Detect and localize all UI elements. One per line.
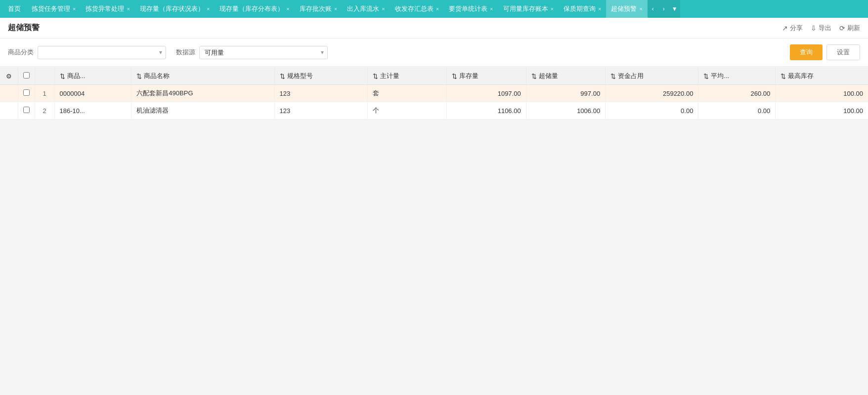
cell-spec: 123 — [274, 102, 367, 119]
sort-unit[interactable]: ⇅ 主计量 — [373, 72, 399, 80]
cell-checkbox[interactable] — [18, 85, 35, 102]
sort-maxstock[interactable]: ⇅ 最高库存 — [781, 72, 814, 80]
category-select-wrapper — [38, 46, 166, 59]
sort-code[interactable]: ⇅ 商品... — [60, 72, 86, 80]
category-label: 商品分类 — [8, 48, 34, 57]
datasource-select-wrapper: 可用量 — [199, 46, 328, 59]
nav-tab-3[interactable]: 现存量（库存分布表） × — [215, 0, 294, 18]
close-icon[interactable]: × — [207, 6, 210, 12]
nav-tab-0[interactable]: 拣货任务管理 × — [27, 0, 81, 18]
table-row: 1 0000004 六配套新昌490BPG 123 套 1097.00 997.… — [0, 85, 868, 102]
cell-num: 1 — [35, 85, 54, 102]
column-avg[interactable]: ⇅ 平均... — [698, 68, 776, 85]
table-row: 2 186-10... 机油滤清器 123 个 1106.00 1006.00 … — [0, 102, 868, 119]
row-checkbox[interactable] — [23, 89, 30, 96]
nav-tab-2[interactable]: 现存量（库存状况表） × — [135, 0, 215, 18]
nav-tab-1[interactable]: 拣货异常处理 × — [81, 0, 134, 18]
nav-menu-arrow[interactable]: ▼ — [669, 0, 680, 18]
close-icon[interactable]: × — [436, 6, 439, 12]
column-maxstock[interactable]: ⇅ 最高库存 — [776, 68, 868, 85]
row-checkbox[interactable] — [23, 107, 30, 113]
close-icon[interactable]: × — [551, 6, 554, 12]
export-icon: ⇩ — [811, 24, 817, 32]
close-icon[interactable]: × — [334, 6, 337, 12]
query-button[interactable]: 查询 — [790, 44, 823, 60]
cell-name: 六配套新昌490BPG — [131, 85, 274, 102]
sort-capital[interactable]: ⇅ 资金占用 — [610, 72, 644, 80]
column-stock[interactable]: ⇅ 库存量 — [447, 68, 526, 85]
cell-overflow: 1006.00 — [526, 102, 605, 119]
close-icon[interactable]: × — [127, 6, 130, 12]
refresh-button[interactable]: ⟳ 刷新 — [839, 24, 860, 33]
nav-tab-4[interactable]: 库存批次账 × — [295, 0, 342, 18]
category-select[interactable] — [38, 46, 166, 59]
export-button[interactable]: ⇩ 导出 — [811, 24, 831, 33]
nav-tab-8[interactable]: 可用量库存账本 × — [498, 0, 559, 18]
table-area: ⚙ ⇅ 商品... ⇅ 商品名称 — [0, 68, 868, 119]
sort-avg[interactable]: ⇅ 平均... — [703, 72, 729, 80]
cell-stock: 1106.00 — [447, 102, 526, 119]
column-name[interactable]: ⇅ 商品名称 — [131, 68, 274, 85]
share-icon: ↗ — [782, 24, 788, 32]
sort-overflow[interactable]: ⇅ 超储量 — [531, 72, 558, 80]
cell-avg: 0.00 — [698, 102, 776, 119]
close-icon[interactable]: × — [598, 6, 601, 12]
cell-capital: 259220.00 — [606, 85, 698, 102]
filter-actions: 查询 设置 — [790, 44, 860, 60]
column-overflow[interactable]: ⇅ 超储量 — [526, 68, 605, 85]
filter-category: 商品分类 — [8, 46, 166, 59]
cell-name: 机油滤清器 — [131, 102, 274, 119]
nav-tab-7[interactable]: 要货单统计表 × — [444, 0, 498, 18]
datasource-select[interactable]: 可用量 — [199, 46, 328, 59]
data-table: ⚙ ⇅ 商品... ⇅ 商品名称 — [0, 68, 868, 119]
cell-unit: 个 — [367, 102, 446, 119]
datasource-label: 数据源 — [176, 48, 195, 57]
column-checkbox — [18, 68, 35, 85]
sort-stock[interactable]: ⇅ 库存量 — [452, 72, 478, 80]
close-icon[interactable]: × — [382, 6, 385, 12]
settings-button[interactable]: 设置 — [826, 44, 860, 60]
cell-gear — [0, 102, 18, 119]
close-icon[interactable]: × — [73, 6, 76, 12]
close-icon[interactable]: × — [490, 6, 493, 12]
column-gear[interactable]: ⚙ — [0, 68, 18, 85]
column-unit[interactable]: ⇅ 主计量 — [367, 68, 446, 85]
refresh-icon: ⟳ — [839, 24, 845, 32]
nav-tab-9[interactable]: 保质期查询 × — [559, 0, 606, 18]
cell-code: 0000004 — [54, 85, 131, 102]
table-header-row: ⚙ ⇅ 商品... ⇅ 商品名称 — [0, 68, 868, 85]
close-icon[interactable]: × — [286, 6, 289, 12]
sort-spec[interactable]: ⇅ 规格型号 — [280, 72, 313, 80]
select-all-checkbox[interactable] — [23, 72, 30, 79]
cell-stock: 1097.00 — [447, 85, 526, 102]
nav-tab-5[interactable]: 出入库流水 × — [342, 0, 390, 18]
nav-prev-arrow[interactable]: ‹ — [648, 0, 658, 18]
column-num — [35, 68, 54, 85]
share-button[interactable]: ↗ 分享 — [782, 24, 803, 33]
cell-gear — [0, 85, 18, 102]
nav-home[interactable]: 首页 — [2, 0, 27, 18]
nav-tab-6[interactable]: 收发存汇总表 × — [390, 0, 444, 18]
column-capital[interactable]: ⇅ 资金占用 — [606, 68, 698, 85]
cell-checkbox[interactable] — [18, 102, 35, 119]
cell-code: 186-10... — [54, 102, 131, 119]
top-navigation: 首页 拣货任务管理 × 拣货异常处理 × 现存量（库存状况表） × 现存量（库存… — [0, 0, 868, 18]
sort-name[interactable]: ⇅ 商品名称 — [136, 72, 170, 80]
cell-maxstock: 100.00 — [776, 85, 868, 102]
filter-datasource: 数据源 可用量 — [176, 46, 328, 59]
close-icon[interactable]: × — [639, 6, 642, 12]
column-spec[interactable]: ⇅ 规格型号 — [274, 68, 367, 85]
cell-overflow: 997.00 — [526, 85, 605, 102]
page-title: 超储预警 — [8, 23, 40, 33]
cell-spec: 123 — [274, 85, 367, 102]
cell-maxstock: 100.00 — [776, 102, 868, 119]
page-header: 超储预警 ↗ 分享 ⇩ 导出 ⟳ 刷新 — [0, 18, 868, 39]
nav-tab-10[interactable]: 超储预警 × — [606, 0, 647, 18]
cell-unit: 套 — [367, 85, 446, 102]
nav-next-arrow[interactable]: › — [658, 0, 669, 18]
cell-num: 2 — [35, 102, 54, 119]
cell-avg: 260.00 — [698, 85, 776, 102]
gear-icon[interactable]: ⚙ — [6, 73, 12, 80]
column-code[interactable]: ⇅ 商品... — [54, 68, 131, 85]
table-body: 1 0000004 六配套新昌490BPG 123 套 1097.00 997.… — [0, 85, 868, 119]
